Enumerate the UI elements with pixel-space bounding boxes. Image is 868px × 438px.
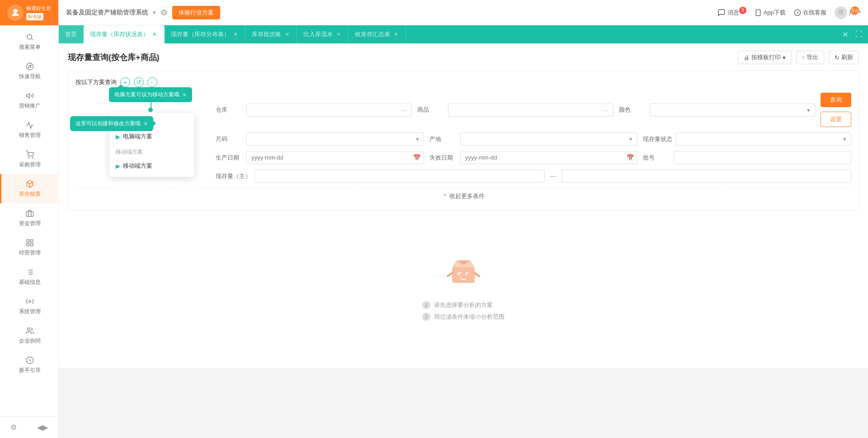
tab-batch-account[interactable]: 库存批次账 ✕: [245, 25, 297, 43]
filter-rows: 仓库 ··· 商品 ··· 颜色: [216, 93, 851, 183]
tab-close-all[interactable]: ✕: [840, 28, 850, 41]
sidebar-item-sales[interactable]: 销售管理: [0, 115, 58, 145]
prod-date-input[interactable]: [246, 151, 424, 164]
support-icon: [794, 9, 801, 16]
prod-date-calendar-icon[interactable]: 📅: [413, 154, 420, 161]
sidebar-item-search-menu[interactable]: 搜索菜单: [0, 27, 58, 57]
filter-field-warehouse: 仓库 ···: [216, 104, 412, 117]
download-icon: [755, 9, 762, 16]
batch-input[interactable]: [674, 151, 851, 164]
user-badge: Ea: [851, 6, 859, 14]
header-right: 消息 9 App下载 在线客服 用 用户 Ea: [717, 6, 861, 19]
expire-date-input[interactable]: [460, 151, 638, 164]
sidebar-item-marketing[interactable]: 营销推广: [0, 86, 58, 115]
collapse-more-btn[interactable]: ⌃ 收起更多条件: [75, 188, 851, 204]
tab-in-out-flow[interactable]: 出入库流水 ✕: [297, 25, 349, 43]
tooltip2-container: 这里可以创建和修改方案哦 ✕: [70, 116, 153, 131]
sidebar-item-system[interactable]: 系统管理: [0, 292, 58, 321]
tooltip-bubble-1: 电脑方案可设为移动方案哦 ✕: [109, 87, 192, 102]
tooltip2-close-btn[interactable]: ✕: [143, 121, 148, 127]
tab-inventory-status[interactable]: 现存量（库存状况表） ✕: [84, 25, 165, 43]
filter-row-1: 仓库 ··· 商品 ··· 颜色: [216, 93, 851, 127]
compass-icon: [25, 62, 34, 71]
chart-icon: [25, 121, 34, 130]
sidebar-settings-btn[interactable]: ⚙: [7, 421, 20, 433]
svg-rect-21: [756, 9, 760, 15]
tabs-bar: 首页 现存量（库存状况表） ✕ 现存量（库存分布表） ✕ 库存批次账 ✕ 出入库…: [59, 25, 868, 43]
set-btn[interactable]: 设置: [821, 112, 851, 127]
sidebar-item-basic[interactable]: 基础信息: [0, 262, 58, 292]
tab-home[interactable]: 首页: [59, 25, 84, 43]
tab-close-collect-summary[interactable]: ✕: [393, 30, 399, 38]
app-name-text: 畅通好生意 标准版: [26, 5, 51, 20]
system-name: 装备及固定资产辅助管理系统: [66, 9, 148, 17]
sidebar-item-corp[interactable]: 企业协同: [0, 321, 58, 350]
origin-selector[interactable]: ▾: [460, 132, 638, 146]
query-btn[interactable]: 查询: [821, 93, 851, 107]
app-download-btn[interactable]: App下载: [755, 9, 786, 17]
size-label: 尺码: [216, 135, 243, 143]
guide-icon: [25, 356, 34, 365]
system-icon: [25, 297, 34, 306]
color-dropdown-arrow: ▾: [807, 107, 810, 113]
refresh-icon: ↻: [835, 54, 840, 61]
sidebar-item-guide[interactable]: 新手引导: [0, 350, 58, 380]
svg-point-18: [29, 301, 31, 303]
print-icon: 🖨: [744, 54, 750, 61]
stock-label: 现存量（主）: [216, 172, 251, 180]
svg-point-28: [467, 273, 468, 275]
scheme-item-pc[interactable]: ▶ 电脑端方案: [109, 129, 194, 144]
svg-rect-11: [27, 244, 29, 246]
filter-refresh-btn[interactable]: ↺: [134, 77, 144, 87]
empty-step-1: 1 请先选择要分析的方案: [422, 301, 505, 309]
filter-field-prod-date: 生产日期 📅: [216, 151, 424, 164]
tab-close-inventory-status[interactable]: ✕: [151, 30, 158, 38]
stock-from-input[interactable]: [255, 170, 545, 183]
filter-field-status: 现存量状态 ▾: [643, 132, 851, 146]
solution-btn[interactable]: 体验行业方案: [172, 6, 220, 19]
product-selector[interactable]: ···: [448, 104, 613, 117]
tab-close-in-out-flow[interactable]: ✕: [335, 30, 342, 38]
origin-dropdown-arrow: ▾: [629, 136, 632, 142]
svg-rect-8: [27, 240, 29, 242]
filter-back-btn[interactable]: ←: [147, 77, 157, 87]
sidebar-collapse-btn[interactable]: ◀▶: [33, 421, 52, 433]
warehouse-dots: ···: [402, 107, 407, 113]
message-icon: [717, 9, 726, 17]
sidebar-item-operations[interactable]: 经营管理: [0, 233, 58, 262]
prod-date-label: 生产日期: [216, 154, 243, 162]
stock-to-input[interactable]: [561, 170, 852, 183]
tooltip-dot: [148, 108, 153, 112]
header-settings-btn[interactable]: ⚙: [160, 8, 168, 18]
page-header: 现存量查询(按仓库+商品) 🖨 按模板打印 ▾ ↑ 导出 ↻ 刷新: [68, 51, 859, 64]
warehouse-selector[interactable]: ···: [246, 104, 412, 117]
expire-date-label: 失效日期: [429, 154, 457, 162]
tab-close-batch-account[interactable]: ✕: [284, 30, 290, 38]
online-support-btn[interactable]: 在线客服: [794, 9, 826, 17]
tab-fullscreen[interactable]: ⛶: [854, 28, 864, 40]
message-btn[interactable]: 消息 9: [717, 9, 746, 17]
sidebar-item-quick-nav[interactable]: 快速导航: [0, 57, 58, 86]
sidebar-item-inventory[interactable]: 库存核算: [0, 174, 58, 203]
svg-point-0: [13, 9, 17, 13]
color-selector[interactable]: ▾: [650, 104, 815, 117]
sidebar-nav: 搜索菜单 快速导航 营销推广 销售管理 采购管理: [0, 25, 58, 416]
batch-label: 批号: [643, 154, 670, 162]
tab-close-inventory-dist[interactable]: ✕: [232, 30, 239, 38]
header-left: 装备及固定资产辅助管理系统 ▾ ⚙ 体验行业方案: [66, 6, 220, 19]
expire-date-calendar-icon[interactable]: 📅: [627, 154, 634, 161]
sidebar-item-purchase[interactable]: 采购管理: [0, 145, 58, 174]
export-btn[interactable]: ↑ 导出: [796, 51, 825, 64]
tab-collect-summary[interactable]: 收发存汇总表 ✕: [349, 25, 406, 43]
status-selector[interactable]: ▾: [676, 132, 851, 146]
tab-inventory-dist[interactable]: 现存量（库存分布表） ✕: [165, 25, 245, 43]
filter-row-2: 尺码 ▾ 产地 ▾ 现存量状态: [216, 132, 851, 146]
sidebar-item-finance[interactable]: 资金管理: [0, 203, 58, 233]
size-selector[interactable]: ▾: [246, 132, 424, 146]
origin-label: 产地: [429, 135, 457, 143]
tooltip1-close-btn[interactable]: ✕: [182, 92, 187, 98]
refresh-btn[interactable]: ↻ 刷新: [829, 51, 859, 64]
scheme-item-mobile[interactable]: ▶ 移动端方案: [109, 159, 194, 173]
print-btn[interactable]: 🖨 按模板打印 ▾: [738, 51, 792, 64]
filter-header: 按以下方案查询 + ↺ ←: [75, 77, 851, 87]
